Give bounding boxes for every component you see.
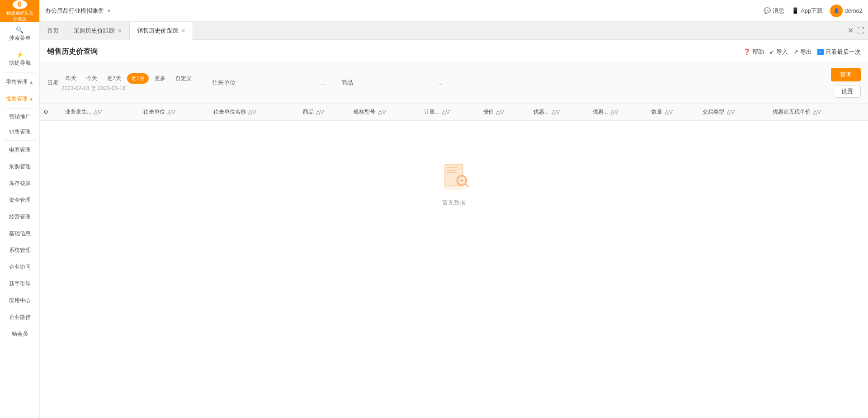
sidebar-item-enterprise[interactable]: 企业协同 bbox=[0, 259, 39, 276]
sort-quantity[interactable]: △▽ bbox=[665, 109, 673, 115]
sidebar-divider-1 bbox=[4, 72, 36, 73]
sidebar-item-apps[interactable]: 应用中心 bbox=[0, 292, 39, 309]
date-btn-1month[interactable]: 近1月 bbox=[127, 73, 149, 84]
topbar: 办公用品行业模拟账套 ▾ 💬 消息 📱 App下载 👤 demo2 bbox=[40, 0, 868, 22]
date-range-display: 2023-02-18 至 2023-03-18 bbox=[61, 85, 196, 92]
sidebar-item-basic[interactable]: 基础信息 bbox=[0, 225, 39, 242]
col-discount2: 优惠... △▽ bbox=[589, 104, 648, 121]
sidebar-item-wechat[interactable]: 企业微信 bbox=[0, 309, 39, 326]
sort-discount2[interactable]: △▽ bbox=[610, 109, 618, 115]
app-download-button[interactable]: 📱 App下载 bbox=[792, 7, 823, 15]
tab-purchase-history-label: 采购历史价跟踪 bbox=[74, 27, 115, 35]
import-button[interactable]: ↙ 导入 bbox=[769, 48, 788, 56]
sidebar-item-retail[interactable]: 零售管理 ▲ bbox=[0, 74, 39, 90]
sort-trade-type[interactable]: △▽ bbox=[726, 109, 735, 115]
sort-partner-code[interactable]: △▽ bbox=[167, 109, 175, 115]
tab-purchase-history[interactable]: 采购历史价跟踪 ✕ bbox=[66, 22, 130, 40]
help-button[interactable]: ❓ 帮助 bbox=[743, 48, 764, 56]
col-pretax-price: 优惠前无税单价 △▽ bbox=[769, 104, 868, 121]
setting-button[interactable]: 设置 bbox=[834, 85, 861, 98]
page-header: 销售历史价查询 ❓ 帮助 ↙ 导入 ↗ 导出 ✓ 只看最后一次 bbox=[40, 40, 868, 62]
main-area: 办公用品行业模拟账套 ▾ 💬 消息 📱 App下载 👤 demo2 首页 bbox=[40, 0, 868, 418]
sort-spec[interactable]: △▽ bbox=[378, 109, 386, 115]
sort-biz-date[interactable]: △▽ bbox=[94, 109, 102, 115]
filter-actions: 查询 设置 bbox=[831, 68, 861, 98]
col-partner-name: 往来单位名称 △▽ bbox=[210, 104, 299, 121]
sidebar-item-marketing[interactable]: 营销推广 bbox=[0, 109, 39, 124]
sort-pretax-price[interactable]: △▽ bbox=[813, 109, 821, 115]
topbar-right: 💬 消息 📱 App下载 👤 demo2 bbox=[764, 5, 863, 17]
sidebar-item-wholesale[interactable]: 批发管理 ▲ bbox=[0, 90, 39, 107]
export-button[interactable]: ↗ 导出 bbox=[793, 48, 812, 56]
col-quantity: 数量 △▽ bbox=[648, 104, 699, 121]
sidebar-item-ecommerce[interactable]: 电商管理 bbox=[0, 142, 39, 158]
svg-rect-4 bbox=[447, 172, 457, 173]
filter-partner: 往来单位 ... bbox=[212, 78, 325, 87]
date-buttons: 昨天 今天 近7天 近1月 更多 自定义 bbox=[61, 73, 196, 84]
date-btn-yesterday[interactable]: 昨天 bbox=[61, 73, 80, 84]
message-icon: 💬 bbox=[764, 7, 771, 14]
col-spec: 规格型号 △▽ bbox=[350, 104, 420, 121]
avatar: 👤 bbox=[830, 5, 843, 17]
tab-sales-history[interactable]: 销售历史价跟踪 ✕ bbox=[130, 22, 193, 40]
tab-maximize-button[interactable]: ⛶ bbox=[857, 27, 864, 35]
sidebar-item-search[interactable]: 🔍 搜索菜单 bbox=[0, 22, 39, 47]
date-btn-today[interactable]: 今天 bbox=[82, 73, 101, 84]
sidebar-item-inventory[interactable]: 库存核算 bbox=[0, 175, 39, 192]
tabbar: 首页 采购历史价跟踪 ✕ 销售历史价跟踪 ✕ ✕ ⛶ bbox=[40, 22, 868, 40]
content-area: 销售历史价查询 ❓ 帮助 ↙ 导入 ↗ 导出 ✓ 只看最后一次 bbox=[40, 40, 868, 418]
svg-line-9 bbox=[466, 184, 468, 187]
col-partner-code: 往来单位 △▽ bbox=[140, 104, 210, 121]
partner-input-wrap: ... bbox=[238, 78, 325, 87]
col-goods: 商品 △▽ bbox=[299, 104, 350, 121]
app-logo[interactable]: 6 畅捷通好生意 标准版 bbox=[0, 0, 39, 22]
sort-quote-price[interactable]: △▽ bbox=[496, 109, 504, 115]
tab-purchase-history-close[interactable]: ✕ bbox=[118, 28, 122, 33]
message-button[interactable]: 💬 消息 bbox=[764, 7, 784, 15]
col-discount1: 优惠... △▽ bbox=[530, 104, 589, 121]
page-header-actions: ❓ 帮助 ↙ 导入 ↗ 导出 ✓ 只看最后一次 bbox=[743, 48, 861, 56]
query-button[interactable]: 查询 bbox=[831, 68, 861, 81]
filter-area: 日期 昨天 今天 近7天 近1月 更多 自定义 2023-02-18 至 202… bbox=[40, 62, 868, 104]
sidebar-item-purchase[interactable]: 采购管理 bbox=[0, 158, 39, 175]
svg-rect-3 bbox=[447, 170, 456, 171]
sort-partner-name[interactable]: △▽ bbox=[248, 109, 256, 115]
sidebar-item-finance[interactable]: 资金管理 bbox=[0, 192, 39, 209]
partner-dots[interactable]: ... bbox=[321, 80, 325, 86]
page-title: 销售历史价查询 bbox=[47, 47, 98, 57]
user-profile[interactable]: 👤 demo2 bbox=[830, 5, 863, 17]
export-icon: ↗ bbox=[793, 48, 798, 55]
sidebar-item-shortcut[interactable]: ⚡ 快捷导航 bbox=[0, 47, 39, 71]
sidebar: 6 畅捷通好生意 标准版 🔍 搜索菜单 ⚡ 快捷导航 零售管理 ▲ 批发管理 ▲… bbox=[0, 0, 40, 418]
empty-state: 暂无数据 bbox=[40, 121, 868, 243]
col-trade-type: 交易类型 △▽ bbox=[699, 104, 769, 121]
goods-dots[interactable]: ... bbox=[438, 80, 443, 86]
only-last-checkbox[interactable]: ✓ 只看最后一次 bbox=[817, 48, 861, 56]
date-btn-7days[interactable]: 近7天 bbox=[103, 73, 125, 84]
date-btn-more[interactable]: 更多 bbox=[151, 73, 170, 84]
partner-input[interactable] bbox=[238, 78, 320, 87]
tab-sales-history-close[interactable]: ✕ bbox=[181, 28, 185, 33]
sidebar-divider-2 bbox=[4, 108, 36, 109]
partner-filter-label: 往来单位 bbox=[212, 79, 236, 87]
sidebar-item-member[interactable]: 畅会员 bbox=[0, 326, 39, 342]
sort-goods[interactable]: △▽ bbox=[316, 109, 324, 115]
empty-text: 暂无数据 bbox=[442, 199, 466, 207]
sort-unit[interactable]: △▽ bbox=[442, 109, 450, 115]
workspace-dropdown-icon[interactable]: ▾ bbox=[108, 8, 110, 14]
goods-input[interactable] bbox=[356, 78, 437, 87]
sidebar-item-guide[interactable]: 新手引导 bbox=[0, 276, 39, 292]
sidebar-item-system[interactable]: 系统管理 bbox=[0, 242, 39, 259]
settings-gear-icon[interactable]: ⚙ bbox=[43, 109, 48, 115]
sidebar-item-sales[interactable]: 销售管理 bbox=[0, 124, 39, 139]
svg-rect-2 bbox=[447, 167, 458, 168]
filter-row: 日期 昨天 今天 近7天 近1月 更多 自定义 2023-02-18 至 202… bbox=[47, 68, 861, 98]
tab-close-all-button[interactable]: ✕ bbox=[848, 26, 854, 35]
sidebar-item-operations[interactable]: 经营管理 bbox=[0, 209, 39, 225]
tab-home[interactable]: 首页 bbox=[40, 22, 66, 40]
date-btn-custom[interactable]: 自定义 bbox=[171, 73, 196, 84]
checkbox-icon: ✓ bbox=[817, 49, 824, 55]
table-header-row: ⚙ 业务发生... △▽ 往来单位 △▽ 往来单位名称 △▽ bbox=[40, 104, 868, 121]
sort-discount1[interactable]: △▽ bbox=[552, 109, 560, 115]
date-filter-label: 日期 bbox=[47, 79, 59, 87]
